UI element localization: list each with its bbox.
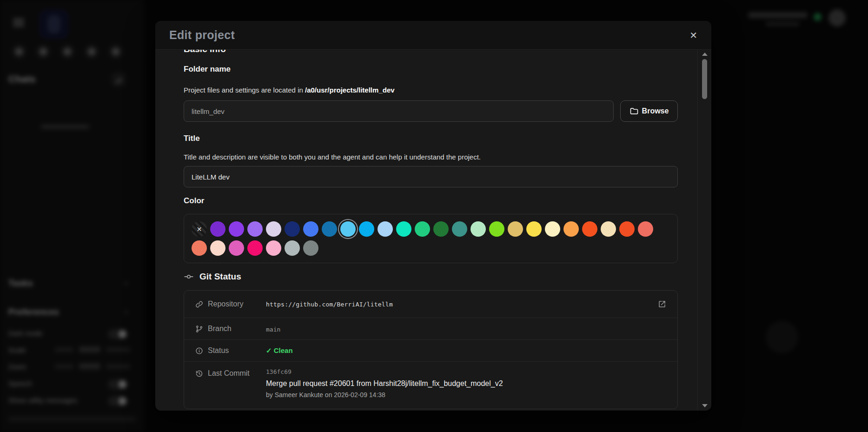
color-swatch-baby-blue[interactable] [378, 221, 393, 237]
external-link-icon [658, 300, 666, 308]
branch-label: Branch [208, 325, 232, 333]
git-branch-icon [195, 325, 203, 333]
modal-header: Edit project ✕ [155, 21, 711, 50]
folder-name-label: Folder name [184, 65, 678, 74]
color-swatch-rose[interactable] [266, 240, 281, 256]
close-icon[interactable]: ✕ [689, 31, 697, 40]
color-swatch-panel: ✕ [184, 214, 678, 263]
modal-body: Basic Info Folder name Project files and… [155, 50, 711, 410]
git-status-title: Git Status [199, 272, 241, 282]
color-swatch-navy[interactable] [285, 221, 300, 237]
git-last-commit-row: Last Commit 136fc69 Merge pull request #… [184, 362, 677, 409]
color-swatch-wheat[interactable] [601, 221, 616, 237]
color-swatch-sky[interactable] [340, 221, 356, 237]
browse-button[interactable]: Browse [620, 100, 678, 122]
color-swatch-none[interactable]: ✕ [192, 221, 207, 237]
info-icon [195, 347, 203, 355]
color-swatch-tan[interactable] [508, 221, 523, 237]
folder-icon [629, 106, 639, 116]
repository-url: https://github.com/BerriAI/litellm [266, 300, 658, 308]
basic-info-heading-clipped: Basic Info [184, 50, 678, 53]
scrollbar-thumb[interactable] [702, 59, 707, 99]
branch-value: main [266, 325, 666, 333]
color-swatch-turquoise[interactable] [396, 221, 411, 237]
link-icon [195, 300, 203, 308]
folder-path: /a0/usr/projects/litellm_dev [305, 86, 395, 94]
color-swatch-purple[interactable] [210, 221, 225, 237]
app-screen: Chats Tasks › Preferences › Dark modeSca… [0, 0, 868, 432]
color-swatch-vermilion[interactable] [619, 221, 635, 237]
color-swatch-hot-pink[interactable] [247, 240, 263, 256]
git-repository-row: Repository https://github.com/BerriAI/li… [184, 291, 677, 318]
modal-scroll-content: Basic Info Folder name Project files and… [155, 50, 697, 410]
color-swatch-gray[interactable] [303, 240, 318, 256]
modal-scrollbar[interactable] [697, 50, 711, 410]
color-swatch-blue[interactable] [303, 221, 318, 237]
folder-name-input[interactable] [184, 100, 614, 122]
commit-hash: 136fc69 [266, 368, 666, 375]
commit-meta: by Sameer Kankute on 2026-02-09 14:38 [266, 391, 666, 399]
color-swatch-mint[interactable] [470, 221, 486, 237]
browse-button-label: Browse [642, 107, 669, 115]
color-swatch-ocean[interactable] [322, 221, 337, 237]
color-swatch-forest[interactable] [433, 221, 449, 237]
git-commit-icon [184, 272, 194, 282]
title-label: Title [184, 134, 678, 143]
color-swatch-yellow[interactable] [526, 221, 542, 237]
commit-message: Merge pull request #20601 from Harshit28… [266, 379, 666, 388]
color-swatch-blush[interactable] [210, 240, 225, 256]
title-input[interactable] [184, 166, 678, 187]
git-status-heading: Git Status [184, 272, 678, 282]
color-swatch-teal[interactable] [452, 221, 467, 237]
status-label: Status [208, 346, 229, 355]
color-swatch-orchid[interactable] [229, 240, 244, 256]
color-swatch-light-purple[interactable] [247, 221, 263, 237]
color-swatch-orange-red[interactable] [582, 221, 597, 237]
status-value: ✓ Clean [266, 346, 666, 355]
color-swatch-violet[interactable] [229, 221, 244, 237]
color-label: Color [184, 196, 678, 206]
open-repository-button[interactable] [658, 300, 666, 308]
git-branch-row: Branch main [184, 318, 677, 340]
edit-project-modal: Edit project ✕ Basic Info Folder name Pr… [155, 21, 711, 411]
color-swatch-silver[interactable] [285, 240, 300, 256]
color-swatch-lime[interactable] [489, 221, 504, 237]
history-icon [195, 370, 203, 378]
color-swatch-coral[interactable] [192, 240, 207, 256]
last-commit-label: Last Commit [208, 369, 250, 378]
git-status-row: Status ✓ Clean [184, 340, 677, 362]
color-swatch-cyan[interactable] [359, 221, 374, 237]
scrollbar-up-arrow-icon[interactable] [702, 53, 708, 56]
modal-title: Edit project [169, 28, 235, 42]
repository-label: Repository [208, 300, 243, 308]
color-swatch-lavender[interactable] [266, 221, 281, 237]
color-swatch-orange[interactable] [563, 221, 579, 237]
color-swatch-cream[interactable] [545, 221, 560, 237]
scrollbar-down-arrow-icon[interactable] [702, 404, 708, 407]
title-description: Title and description are visible to bot… [184, 153, 678, 161]
git-status-panel: Repository https://github.com/BerriAI/li… [184, 290, 678, 409]
color-swatch-salmon[interactable] [638, 221, 653, 237]
color-swatch-green[interactable] [415, 221, 430, 237]
folder-description: Project files and settings are located i… [184, 86, 678, 94]
